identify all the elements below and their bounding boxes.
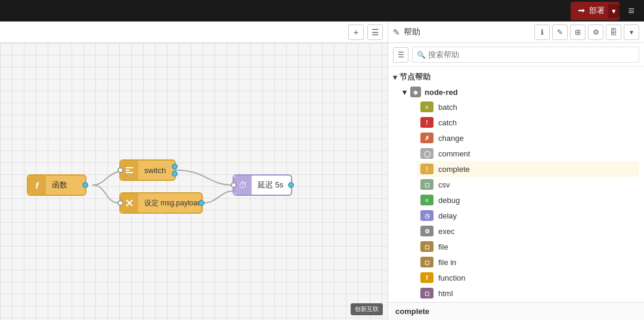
- switch-node-output-port-1[interactable]: [172, 164, 178, 170]
- tree-item-label-csv: csv: [438, 180, 450, 189]
- panel-more-btn[interactable]: ▾: [624, 24, 639, 40]
- panel-db-btn[interactable]: 🗄: [606, 24, 621, 40]
- panel-edit-btn[interactable]: ✎: [552, 24, 568, 40]
- tree-item-label-delay: delay: [438, 211, 457, 220]
- change-node-input-port[interactable]: [117, 200, 123, 206]
- panel-bottom: complete: [388, 302, 644, 320]
- tree-item-html[interactable]: ◻html: [417, 285, 639, 301]
- deploy-button[interactable]: ⮕ 部署 ▾: [571, 2, 620, 20]
- tree-group-chevron: ▾: [402, 88, 407, 97]
- watermark: 创新互联: [351, 303, 383, 315]
- change-node-output-port[interactable]: [199, 200, 205, 206]
- panel-title-icon: ✎: [393, 27, 400, 37]
- node-tree: ▾ 节点帮助 ▾ ◈ node-red ≡batch!catch✗change◯…: [388, 67, 644, 302]
- function-node-label: 函数: [46, 180, 73, 190]
- delay-node-input-port[interactable]: [231, 182, 237, 188]
- tree-item-icon-file: ◻: [420, 241, 434, 252]
- tree-item-batch[interactable]: ≡batch: [417, 99, 639, 115]
- tree-item-label-batch: batch: [438, 103, 457, 112]
- tree-group-header[interactable]: ▾ ◈ node-red: [402, 85, 639, 99]
- delay-node[interactable]: ⏱ 延迟 5s: [233, 174, 292, 196]
- tree-item-file-in[interactable]: ◻file in: [417, 254, 639, 270]
- flow-canvas[interactable]: f 函数 switch: [0, 43, 388, 320]
- tree-item-label-comment: comment: [438, 149, 470, 158]
- tree-item-label-file-in: file in: [438, 258, 456, 267]
- watermark-text: 创新互联: [355, 306, 379, 312]
- tree-item-label-exec: exec: [438, 227, 454, 236]
- panel-list-btn[interactable]: ☰: [393, 47, 408, 63]
- panel-title: ✎ 帮助: [393, 27, 532, 38]
- panel-search-row: ☰ 🔍: [388, 43, 644, 67]
- tree-item-icon-complete: !: [420, 164, 434, 174]
- tree-item-label-debug: debug: [438, 196, 460, 205]
- tree-item-icon-html: ◻: [420, 288, 434, 299]
- change-node[interactable]: 设定 msg.payload: [119, 192, 203, 214]
- function-node-output-port[interactable]: [82, 182, 88, 188]
- switch-node[interactable]: switch: [119, 159, 176, 181]
- tree-group-nodred: ▾ ◈ node-red ≡batch!catch✗change◯comment…: [402, 85, 639, 301]
- switch-node-output-port-2[interactable]: [172, 171, 178, 177]
- delay-node-label: 延迟 5s: [252, 180, 289, 190]
- canvas-area: + ☰ f 函数: [0, 21, 388, 320]
- tree-section-chevron: ▾: [393, 73, 397, 82]
- tree-item-exec[interactable]: ⚙exec: [417, 223, 639, 239]
- tree-item-complete[interactable]: !complete: [417, 161, 639, 177]
- right-panel: ✎ 帮助 ℹ ✎ ⊞ ⚙ 🗄 ▾ ☰ 🔍 ▾ 节点帮助: [388, 21, 644, 320]
- tree-section-header[interactable]: ▾ 节点帮助: [393, 69, 639, 85]
- deploy-label: 部署: [589, 5, 605, 16]
- main-area: + ☰ f 函数: [0, 21, 644, 320]
- tree-section-nodes: ▾ 节点帮助 ▾ ◈ node-red ≡batch!catch✗change◯…: [388, 67, 644, 302]
- tree-item-icon-exec: ⚙: [420, 226, 434, 236]
- switch-node-input-port[interactable]: [117, 167, 123, 173]
- tree-item-icon-delay: ◷: [420, 210, 434, 221]
- tree-item-icon-csv: ◻: [420, 179, 434, 190]
- tree-item-label-file: file: [438, 242, 448, 251]
- delay-node-output-port[interactable]: [288, 182, 294, 188]
- tree-item-change[interactable]: ✗change: [417, 130, 639, 146]
- deploy-icon: ⮕: [578, 7, 586, 16]
- tree-item-label-html: html: [438, 289, 453, 298]
- tree-item-icon-function: f: [420, 272, 434, 283]
- tree-item-csv[interactable]: ◻csv: [417, 177, 639, 192]
- tree-item-function[interactable]: ffunction: [417, 270, 639, 285]
- panel-info-btn[interactable]: ℹ: [534, 24, 550, 40]
- tree-section-label: 节点帮助: [400, 72, 431, 82]
- tree-group-icon: ◈: [410, 87, 421, 97]
- panel-title-label: 帮助: [404, 27, 420, 38]
- tree-item-label-change: change: [438, 134, 464, 143]
- tree-group-label: node-red: [425, 88, 458, 97]
- tree-item-label-complete: complete: [438, 165, 470, 174]
- panel-settings-btn[interactable]: ⚙: [588, 24, 603, 40]
- switch-node-label: switch: [138, 166, 172, 175]
- add-tab-button[interactable]: +: [348, 24, 364, 40]
- topbar-menu-button[interactable]: ≡: [623, 2, 639, 20]
- tree-items: ≡batch!catch✗change◯comment!complete◻csv…: [417, 99, 639, 301]
- canvas-toolbar: + ☰: [0, 21, 388, 43]
- search-input[interactable]: [412, 47, 639, 63]
- change-node-label: 设定 msg.payload: [138, 198, 207, 208]
- panel-node-btn[interactable]: ⊞: [570, 24, 586, 40]
- tree-item-icon-batch: ≡: [420, 101, 434, 112]
- tree-item-icon-comment: ◯: [420, 148, 434, 159]
- search-icon: 🔍: [417, 51, 426, 59]
- tree-item-icon-debug: ≡: [420, 195, 434, 205]
- tree-item-file[interactable]: ◻file: [417, 239, 639, 254]
- panel-header: ✎ 帮助 ℹ ✎ ⊞ ⚙ 🗄 ▾: [388, 21, 644, 43]
- tree-item-icon-change: ✗: [420, 133, 434, 143]
- list-tabs-button[interactable]: ☰: [367, 24, 383, 40]
- tree-item-label-function: function: [438, 273, 466, 282]
- tree-item-icon-file-in: ◻: [420, 257, 434, 267]
- function-node-icon: f: [28, 176, 46, 195]
- tree-item-catch[interactable]: !catch: [417, 115, 639, 130]
- function-node[interactable]: f 函数: [27, 174, 86, 196]
- deploy-dropdown-arrow[interactable]: ▾: [608, 4, 620, 18]
- tree-item-icon-catch: !: [420, 117, 434, 128]
- tree-item-label-catch: catch: [438, 118, 457, 127]
- search-wrap: 🔍: [412, 47, 639, 63]
- tree-item-comment[interactable]: ◯comment: [417, 146, 639, 161]
- tree-item-delay[interactable]: ◷delay: [417, 208, 639, 223]
- topbar: ⮕ 部署 ▾ ≡: [0, 0, 644, 21]
- panel-bottom-label: complete: [395, 307, 429, 316]
- tree-item-debug[interactable]: ≡debug: [417, 192, 639, 208]
